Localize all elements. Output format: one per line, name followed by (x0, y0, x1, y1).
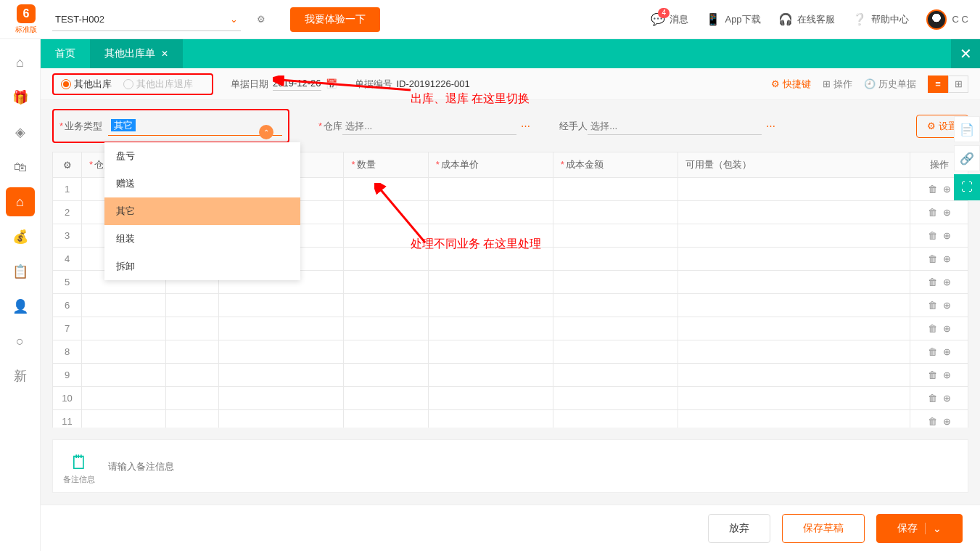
more-icon[interactable]: ⋯ (521, 121, 530, 131)
row-number: 4 (53, 248, 82, 271)
radio-other-outbound[interactable]: 其他出库 (61, 78, 112, 91)
shortcut-link[interactable]: ⚙快捷键 (771, 78, 811, 91)
delete-icon[interactable]: 🗑 (928, 253, 937, 264)
business-type-dropdown: 盘亏 赠送 其它 组装 拆卸 (104, 142, 300, 280)
operate-link[interactable]: ⊞操作 (823, 78, 852, 91)
dropdown-option-chaixi[interactable]: 拆卸 (104, 253, 300, 280)
dropdown-option-zengsong[interactable]: 赠送 (104, 170, 300, 197)
add-icon[interactable]: ⊕ (943, 300, 951, 311)
history-link[interactable]: 🕘历史单据 (864, 78, 916, 91)
view-list-button[interactable]: ≡ (928, 75, 948, 93)
user-name: C C (952, 14, 968, 25)
app-download-link[interactable]: 📱 App下载 (706, 12, 760, 26)
delete-icon[interactable]: 🗑 (928, 393, 937, 404)
delete-icon[interactable]: 🗑 (928, 184, 937, 195)
sidebar-diamond[interactable]: ◈ (6, 118, 35, 147)
chevron-up-icon[interactable]: ⌃ (259, 125, 273, 139)
more-icon[interactable]: ⋯ (766, 121, 775, 131)
add-icon[interactable]: ⊕ (943, 207, 951, 218)
messages-link[interactable]: 💬 消息 4 (651, 12, 688, 26)
calendar-icon[interactable]: 📅 (326, 78, 337, 89)
delete-icon[interactable]: 🗑 (928, 370, 937, 380)
delete-icon[interactable]: 🗑 (928, 323, 937, 334)
delete-icon[interactable]: 🗑 (928, 230, 937, 241)
dropdown-option-pankui[interactable]: 盘亏 (104, 142, 300, 170)
col-amount: 成本金额 (553, 152, 678, 178)
chevron-down-icon: ⌄ (230, 14, 238, 25)
delete-icon[interactable]: 🗑 (928, 416, 937, 427)
table-row[interactable]: 11🗑⊕ (53, 410, 968, 428)
sidebar-gift[interactable]: 🎁 (6, 83, 35, 112)
add-icon[interactable]: ⊕ (943, 323, 951, 334)
sidebar-home[interactable]: ⌂ (6, 48, 35, 77)
delete-icon[interactable]: 🗑 (928, 300, 937, 311)
add-icon[interactable]: ⊕ (943, 253, 951, 264)
dropdown-option-zuzhuang[interactable]: 组装 (104, 225, 300, 253)
table-row[interactable]: 9🗑⊕ (53, 364, 968, 387)
tab-bar: 首页 其他出库单 ✕ ✕ (41, 39, 980, 68)
add-icon[interactable]: ⊕ (943, 370, 951, 380)
sidebar-profile[interactable]: 👤 (6, 292, 35, 321)
help-center-link[interactable]: ❔ 帮助中心 (852, 12, 909, 26)
add-icon[interactable]: ⊕ (943, 230, 951, 241)
col-cost: 成本单价 (428, 152, 553, 178)
help-icon: ❔ (852, 12, 867, 26)
warehouse-input[interactable] (342, 118, 516, 135)
dock-expand-button[interactable]: ⛶ (954, 174, 980, 200)
tab-other-outbound[interactable]: 其他出库单 ✕ (90, 39, 183, 68)
sidebar-bag[interactable]: 🛍 (6, 152, 35, 181)
row-number: 3 (53, 224, 82, 248)
add-icon[interactable]: ⊕ (943, 393, 951, 404)
table-row[interactable]: 7🗑⊕ (53, 317, 968, 340)
dropdown-option-qita[interactable]: 其它 (104, 197, 300, 225)
grid-icon: ⊞ (823, 78, 831, 89)
handler-filter: 经手人 ⋯ (559, 118, 775, 135)
save-draft-button[interactable]: 保存草稿 (782, 514, 865, 543)
online-service-link[interactable]: 🎧 在线客服 (778, 12, 835, 26)
discard-button[interactable]: 放弃 (708, 514, 770, 543)
tab-home[interactable]: 首页 (41, 39, 90, 68)
remark-input[interactable] (108, 461, 956, 472)
col-gear[interactable]: ⚙ (53, 152, 82, 178)
sidebar-new[interactable]: 新 (6, 362, 35, 391)
settings-gear-button[interactable]: ⚙ (250, 8, 273, 31)
trial-button[interactable]: 我要体验一下 (290, 7, 380, 32)
chevron-down-icon: ⌄ (925, 523, 942, 534)
delete-icon[interactable]: 🗑 (928, 277, 937, 287)
row-actions: 🗑⊕ (910, 271, 968, 294)
view-grid-button[interactable]: ⊞ (948, 75, 968, 93)
delete-icon[interactable]: 🗑 (928, 346, 937, 357)
save-button[interactable]: 保存 ⌄ (876, 514, 963, 543)
business-type-input[interactable]: 其它 (108, 116, 282, 136)
dock-link-button[interactable]: 🔗 (954, 145, 980, 171)
handler-input[interactable] (588, 118, 762, 135)
logo-edition: 标准版 (15, 25, 37, 35)
logo: 6 标准版 (12, 4, 41, 35)
sidebar-money[interactable]: 💰 (6, 222, 35, 251)
doc-date-value[interactable]: 2019-12-26 (273, 78, 321, 91)
table-row[interactable]: 8🗑⊕ (53, 340, 968, 364)
close-icon[interactable]: ✕ (161, 49, 168, 59)
delete-icon[interactable]: 🗑 (928, 207, 937, 218)
table-row[interactable]: 6🗑⊕ (53, 294, 968, 317)
sidebar-ring[interactable]: ○ (6, 327, 35, 356)
row-number: 8 (53, 340, 82, 364)
table-row[interactable]: 10🗑⊕ (53, 387, 968, 410)
remark-icon-block: 🗒 备注信息 (65, 452, 94, 481)
messages-badge: 4 (658, 8, 670, 18)
add-icon[interactable]: ⊕ (943, 277, 951, 287)
add-icon[interactable]: ⊕ (943, 416, 951, 427)
radio-dot-icon (123, 79, 133, 89)
avatar[interactable] (926, 9, 947, 30)
outbound-type-radio-group: 其他出库 其他出库退库 (52, 73, 213, 95)
org-selector[interactable]: TEST-H002 ⌄ (52, 8, 241, 31)
note-icon: 🗒 (70, 452, 88, 474)
radio-other-outbound-return[interactable]: 其他出库退库 (123, 78, 193, 91)
add-icon[interactable]: ⊕ (943, 346, 951, 357)
close-all-tabs[interactable]: ✕ (951, 39, 980, 68)
dock-doc-button[interactable]: 📄 (954, 116, 980, 142)
sidebar-warehouse[interactable]: ⌂ (6, 187, 35, 216)
add-icon[interactable]: ⊕ (943, 184, 951, 195)
sidebar-clipboard[interactable]: 📋 (6, 257, 35, 286)
row-number: 5 (53, 271, 82, 294)
